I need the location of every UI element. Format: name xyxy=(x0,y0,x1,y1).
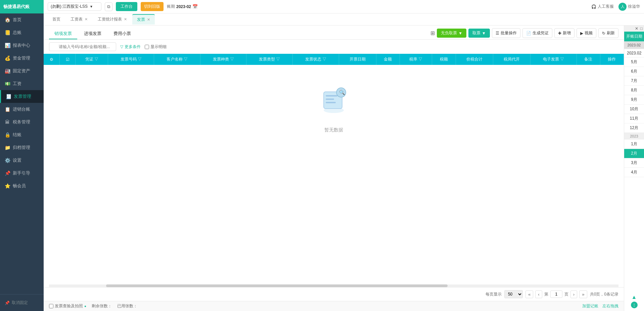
sidebar-item-sales[interactable]: 📋 进销台账 xyxy=(0,103,44,116)
date-panel-max-icon[interactable]: □ xyxy=(640,26,643,31)
show-detail-checkbox[interactable] xyxy=(145,45,149,49)
sidebar-item-ledger[interactable]: 📒 总账 xyxy=(0,26,44,39)
date-section-header: 2023.02 2023.02 5月 6月 7月 8月 9月 xyxy=(624,41,644,177)
date-item-6[interactable]: 6月 xyxy=(624,67,644,76)
col-check[interactable]: ☑ xyxy=(59,54,76,65)
sub-tab-purchase-invoice[interactable]: 进项发票 xyxy=(79,29,107,39)
sub-tab-sales-invoice[interactable]: 销项发票 xyxy=(49,29,77,39)
scroll-up-icon[interactable]: ▲ xyxy=(632,294,637,300)
copy-button[interactable]: ⧉ xyxy=(105,2,112,11)
date-item-8[interactable]: 8月 xyxy=(624,86,644,95)
date-item-jan[interactable]: 1月 xyxy=(624,140,644,149)
pin-icon: 📌 xyxy=(5,301,10,305)
sidebar-bottom[interactable]: 📌 取消固定 xyxy=(0,294,44,311)
col-customer[interactable]: 客户名称 ▽ xyxy=(154,54,200,65)
open-period-button[interactable]: 开账日期 xyxy=(624,32,644,41)
col-invoice-category[interactable]: 发票类型 ▽ xyxy=(246,54,293,65)
date-item-10[interactable]: 10月 xyxy=(624,105,644,114)
col-invoice-status[interactable]: 发票状态 ▽ xyxy=(292,54,339,65)
sidebar-item-tax[interactable]: 🏛 税务管理 xyxy=(0,116,44,128)
grid-icon[interactable]: ⊞ xyxy=(430,30,435,36)
app-logo: 畅捷通易代账 xyxy=(0,0,44,13)
date-item-feb-active[interactable]: 2月 xyxy=(624,149,644,158)
date-item-mar[interactable]: 3月 xyxy=(624,158,644,168)
batch-ops-button[interactable]: ☰ 批量操作 xyxy=(492,28,520,38)
col-total[interactable]: 价税合计 xyxy=(456,54,493,65)
col-invoice-type[interactable]: 发票种类 ▽ xyxy=(200,54,246,65)
customer-service[interactable]: 🎧 人工客服 xyxy=(591,4,614,9)
sidebar-item-member[interactable]: ⭐ 畅会员 xyxy=(0,180,44,192)
company-selector[interactable]: (勿删) 江西股宝-LSS ▼ xyxy=(48,2,101,11)
more-conditions-button[interactable]: ▽ 更多条件 xyxy=(120,44,141,50)
archive-icon: 📁 xyxy=(5,145,10,150)
page-number-input[interactable] xyxy=(550,290,562,298)
col-voucher[interactable]: 凭证 ▽ xyxy=(76,54,108,65)
refresh-button[interactable]: ↻ 刷新 xyxy=(598,28,618,38)
sidebar-item-reports[interactable]: 📊 报表中心 xyxy=(0,39,44,52)
date-panel-close-icon[interactable]: ✕ xyxy=(635,26,638,31)
workbench-button[interactable]: 工作台 xyxy=(116,2,137,11)
col-issue-date[interactable]: 开票日期 xyxy=(339,54,376,65)
col-tax-bureau[interactable]: 税局代开 xyxy=(493,54,530,65)
tab-salary-stats[interactable]: 工资统计报表 ✕ xyxy=(93,14,132,24)
col-tax-rate[interactable]: 税率 ▽ xyxy=(400,54,432,65)
invoice-icon: 🧾 xyxy=(6,94,11,99)
sidebar-item-closing[interactable]: 🔒 结账 xyxy=(0,128,44,141)
ticket-button[interactable]: 取票 ▼ xyxy=(468,29,490,38)
sidebar-item-settings[interactable]: ⚙️ 设置 xyxy=(0,154,44,167)
date-item-11[interactable]: 11月 xyxy=(624,114,644,123)
date-item-12[interactable]: 12月 xyxy=(624,123,644,133)
next-page-button[interactable]: › xyxy=(570,290,577,298)
join-link[interactable]: 加盟记账 xyxy=(582,303,598,309)
show-detail-checkbox-label[interactable]: 显示明细 xyxy=(145,44,167,50)
new-button[interactable]: ✚ 新增 xyxy=(554,28,574,38)
col-invoice-no[interactable]: 发票号码 ▽ xyxy=(108,54,154,65)
pagination: « ‹ 第 页 › » xyxy=(525,290,587,298)
no-ticket-button[interactable]: 无负取票 ▼ xyxy=(437,29,466,38)
prev-page-button[interactable]: ‹ xyxy=(535,290,542,298)
scrollbar-area[interactable] xyxy=(49,284,618,287)
date-item-5[interactable]: 5月 xyxy=(624,57,644,67)
first-page-button[interactable]: « xyxy=(525,290,533,298)
sidebar-item-funds[interactable]: 💰 资金管理 xyxy=(0,52,44,65)
col-amount[interactable]: 金额 xyxy=(376,54,400,65)
scroll-down-icon[interactable]: ↕ xyxy=(631,302,638,308)
date-item-2023-02-header[interactable]: 2023.02 xyxy=(624,41,644,49)
last-page-button[interactable]: » xyxy=(579,290,587,298)
switch-version-button[interactable]: 切到旧版 xyxy=(141,2,164,11)
sidebar-item-invoice[interactable]: 🧾 发票管理 xyxy=(0,90,44,103)
col-settings[interactable]: ⚙ xyxy=(44,54,59,65)
sidebar-item-assets[interactable]: 🏭 固定资产 xyxy=(0,65,44,77)
sidebar-item-archive[interactable]: 📁 归档管理 xyxy=(0,141,44,154)
col-tax-amount[interactable]: 税额 xyxy=(432,54,456,65)
col-electronic[interactable]: 电子发票 ▽ xyxy=(531,54,577,65)
sidebar-item-guide[interactable]: 📌 新手引导 xyxy=(0,167,44,180)
col-remark[interactable]: 备注 xyxy=(577,54,600,65)
sidebar-item-home[interactable]: 🏠 首页 xyxy=(0,13,44,26)
scrollbar-thumb[interactable] xyxy=(106,284,448,287)
sidebar-item-salary[interactable]: 💵 工资 xyxy=(0,77,44,90)
reports-icon: 📊 xyxy=(5,43,10,48)
close-salary-stats-tab[interactable]: ✕ xyxy=(124,17,127,22)
generate-voucher-button[interactable]: 📄 生成凭证 xyxy=(522,28,552,38)
filter-icon: ▽ xyxy=(120,44,123,49)
video-button[interactable]: ▶ 视频 xyxy=(577,28,596,38)
close-salary-tab[interactable]: ✕ xyxy=(85,17,88,22)
col-action[interactable]: 操作 xyxy=(600,54,624,65)
date-item-7[interactable]: 7月 xyxy=(624,76,644,86)
tab-salary[interactable]: 工资表 ✕ xyxy=(66,14,92,24)
close-invoice-tab[interactable]: ✕ xyxy=(147,17,150,22)
user-profile[interactable]: 人 徐溢华 xyxy=(618,3,640,11)
search-input[interactable] xyxy=(49,42,116,51)
sales-icon: 📋 xyxy=(5,107,10,112)
tab-home[interactable]: 首页 xyxy=(48,14,65,24)
verify-checkbox-label[interactable]: 发票查验及拍照 ● xyxy=(49,303,86,309)
left-right-link[interactable]: 左右拖拽 xyxy=(602,303,618,309)
date-item-2023-02[interactable]: 2023.02 xyxy=(624,49,644,57)
sub-tab-expense-receipt[interactable]: 费用小票 xyxy=(108,29,136,39)
date-item-9[interactable]: 9月 xyxy=(624,95,644,105)
tab-invoice[interactable]: 发票 ✕ xyxy=(132,14,155,25)
date-item-apr[interactable]: 4月 xyxy=(624,168,644,177)
verify-checkbox[interactable] xyxy=(49,304,53,308)
page-size-select[interactable]: 50 10 20 100 xyxy=(504,290,523,298)
